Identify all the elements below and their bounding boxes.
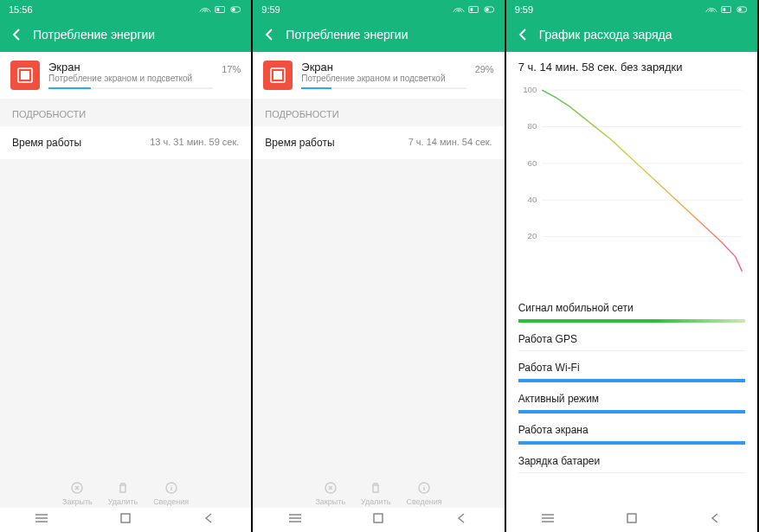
app-name: Экран xyxy=(48,61,213,74)
header: Потребление энергии xyxy=(0,19,251,52)
app-subtitle: Потребление экраном и подсветкой xyxy=(301,74,466,83)
usage-bar xyxy=(518,410,745,413)
app-subtitle: Потребление экраном и подсветкой xyxy=(48,74,213,83)
status-icons xyxy=(199,4,242,15)
usage-item: Работа экрана xyxy=(506,417,757,448)
percentage: 17% xyxy=(222,64,241,74)
header: График расхода заряда xyxy=(506,19,757,52)
row-label: Время работы xyxy=(265,137,334,149)
usage-bar xyxy=(518,350,745,351)
svg-text:80: 80 xyxy=(527,121,537,131)
bottom-actions: Закрыть Удалить Сведения xyxy=(0,482,251,506)
usage-item: Зарядка батареи xyxy=(506,448,757,477)
nav-home-icon[interactable] xyxy=(370,512,386,528)
svg-rect-14 xyxy=(273,71,282,80)
navbar xyxy=(506,508,757,532)
svg-point-12 xyxy=(486,8,489,11)
app-card[interactable]: Экран Потребление экраном и подсветкой 2… xyxy=(253,52,504,99)
delete-action[interactable]: Удалить xyxy=(108,482,138,506)
usage-bar xyxy=(518,441,745,445)
svg-rect-0 xyxy=(215,7,225,13)
svg-text:20: 20 xyxy=(527,231,537,240)
usage-bar xyxy=(518,472,745,473)
nav-recent-icon[interactable] xyxy=(34,512,49,528)
progress xyxy=(301,87,466,89)
usage-item: Работа Wi-Fi xyxy=(506,355,757,386)
usage-label: Зарядка батареи xyxy=(518,455,745,467)
usage-item: Работа GPS xyxy=(506,326,757,355)
nav-home-icon[interactable] xyxy=(624,512,640,528)
status-bar: 9:59 xyxy=(253,0,504,19)
svg-text:40: 40 xyxy=(527,195,537,204)
svg-point-21 xyxy=(738,8,742,11)
close-action[interactable]: Закрыть xyxy=(315,482,345,506)
info-action[interactable]: Сведения xyxy=(406,482,441,506)
header-title: Потребление энергии xyxy=(286,28,408,42)
svg-rect-17 xyxy=(374,514,383,522)
clock: 15:56 xyxy=(9,4,33,15)
usage-item: Активный режим xyxy=(506,386,757,417)
svg-rect-9 xyxy=(469,7,479,13)
usage-label: Работа GPS xyxy=(518,333,745,345)
clock: 9:59 xyxy=(261,4,280,15)
row-value: 13 ч. 31 мин. 59 сек. xyxy=(150,137,239,149)
chart-duration: 7 ч. 14 мин. 58 сек. без зарядки xyxy=(506,52,757,79)
svg-point-3 xyxy=(232,8,235,11)
header-title: График расхода заряда xyxy=(539,28,672,42)
battery-chart: 10080604020 xyxy=(506,79,757,295)
usage-label: Работа экрана xyxy=(518,424,745,436)
header: Потребление энергии xyxy=(253,19,504,52)
clock: 9:59 xyxy=(515,4,533,15)
details-row: Время работы 13 ч. 31 мин. 59 сек. xyxy=(0,126,251,159)
details-row: Время работы 7 ч. 14 мин. 54 сек. xyxy=(253,126,504,159)
svg-rect-8 xyxy=(121,514,130,522)
nav-back-icon[interactable] xyxy=(202,512,217,528)
app-name: Экран xyxy=(301,61,466,74)
status-bar: 9:59 xyxy=(506,0,757,19)
close-action[interactable]: Закрыть xyxy=(62,482,93,506)
screen-app-icon xyxy=(10,61,40,90)
row-label: Время работы xyxy=(12,137,81,149)
nav-recent-icon[interactable] xyxy=(540,512,556,528)
nav-back-icon[interactable] xyxy=(454,512,470,528)
svg-rect-1 xyxy=(217,8,220,11)
svg-text:60: 60 xyxy=(527,158,537,168)
section-label: ПОДРОБНОСТИ xyxy=(0,99,251,126)
nav-home-icon[interactable] xyxy=(118,512,133,528)
usage-label: Активный режим xyxy=(518,393,745,405)
usage-bar xyxy=(518,379,745,382)
navbar xyxy=(253,508,504,532)
svg-rect-5 xyxy=(21,71,29,80)
row-value: 7 ч. 14 мин. 54 сек. xyxy=(408,137,492,149)
percentage: 29% xyxy=(475,64,494,74)
back-icon[interactable] xyxy=(263,28,277,42)
back-icon[interactable] xyxy=(517,28,531,42)
svg-rect-18 xyxy=(722,7,731,13)
back-icon[interactable] xyxy=(10,28,24,42)
info-action[interactable]: Сведения xyxy=(153,482,189,506)
screen-1: 15:56 Потребление энергии Экран Потребле… xyxy=(0,0,253,532)
status-icons xyxy=(705,4,749,15)
app-card[interactable]: Экран Потребление экраном и подсветкой 1… xyxy=(0,52,251,99)
usage-label: Работа Wi-Fi xyxy=(518,362,745,374)
progress xyxy=(48,87,213,89)
status-icons xyxy=(453,4,496,15)
nav-back-icon[interactable] xyxy=(708,512,724,528)
svg-rect-10 xyxy=(470,8,473,11)
nav-recent-icon[interactable] xyxy=(287,512,303,528)
screen-app-icon xyxy=(263,61,293,90)
screen-3: 9:59 График расхода заряда 7 ч. 14 мин. … xyxy=(506,0,759,532)
screen-2: 9:59 Потребление энергии Экран Потреблен… xyxy=(253,0,505,532)
bottom-actions: Закрыть Удалить Сведения xyxy=(253,482,504,506)
usage-label: Сигнал мобильной сети xyxy=(518,302,745,314)
navbar xyxy=(0,508,251,532)
svg-rect-32 xyxy=(627,514,636,522)
usage-item: Сигнал мобильной сети xyxy=(506,295,757,326)
status-bar: 15:56 xyxy=(0,0,251,19)
usage-list: Сигнал мобильной сети Работа GPS Работа … xyxy=(506,295,757,477)
svg-rect-19 xyxy=(724,8,726,11)
delete-action[interactable]: Удалить xyxy=(361,482,390,506)
svg-text:100: 100 xyxy=(523,85,537,94)
section-label: ПОДРОБНОСТИ xyxy=(253,99,504,126)
header-title: Потребление энергии xyxy=(33,28,155,42)
